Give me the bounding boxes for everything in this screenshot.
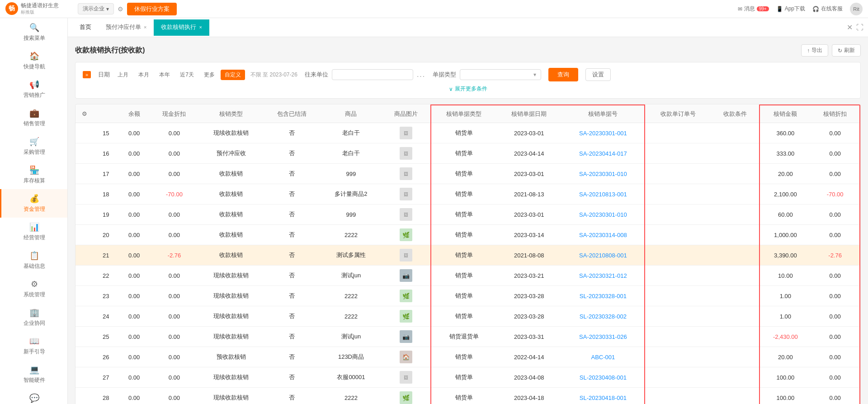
tab-prepay[interactable]: 预付冲应付单 ×	[99, 19, 154, 36]
date-btn-this-month[interactable]: 本月	[134, 70, 153, 80]
sidebar-item-wechat[interactable]: 💬 企业微信	[0, 389, 67, 404]
cell-goods-img: 🖼	[382, 367, 431, 388]
sidebar-item-marketing[interactable]: 📢 营销推广	[0, 75, 67, 104]
th-settings[interactable]: ⚙	[75, 105, 94, 123]
sidebar-item-search[interactable]: 🔍 搜索菜单	[0, 18, 67, 47]
verify-doc-no-link[interactable]: SA-20230331-026	[579, 333, 627, 340]
cell-verify-discount: 0.00	[811, 123, 860, 143]
cell-verify-doc-date: 2023-03-21	[496, 266, 561, 286]
settings-icon[interactable]: ⚙	[118, 5, 123, 13]
cell-verify-amount: 1.00	[760, 286, 811, 306]
verify-doc-no-link[interactable]: SA-20230301-010	[579, 171, 627, 177]
export-button[interactable]: ↑ 导出	[801, 44, 828, 57]
filter-settings-button[interactable]: 设置	[585, 68, 611, 81]
company-selector[interactable]: 演示企业 ▾	[78, 3, 114, 14]
filter-expand-arrow[interactable]: »	[83, 71, 91, 78]
dropdown-arrow-icon: ▾	[533, 71, 536, 78]
verify-doc-no-link[interactable]: SL-20230328-002	[580, 313, 627, 320]
top-bar-right: ✉ 消息 99+ 📱 App下载 🎧 在线客服 Rit	[738, 3, 863, 15]
cell-goods-img: 🖼	[382, 123, 431, 143]
window-maximize-icon[interactable]: ⛶	[856, 24, 863, 32]
verify-doc-no-link[interactable]: SL-20230328-001	[580, 293, 627, 299]
cell-balance: 0.00	[118, 204, 150, 225]
cell-goods: 2222	[321, 306, 382, 327]
table-row: 20 0.00 0.00 收款核销 否 2222 🌿 销货单 2023-03-1…	[75, 225, 860, 245]
cell-receipt-condition	[711, 347, 760, 367]
sidebar-item-guide[interactable]: 📖 新手引导	[0, 332, 67, 360]
sidebar-item-inventory[interactable]: 🏪 库存核算	[0, 161, 67, 189]
verify-doc-no-link[interactable]: ABC-001	[591, 354, 615, 361]
chevron-down-icon: ∨	[449, 86, 453, 92]
top-bar-center: 演示企业 ▾ ⚙ 休假行业方案	[78, 3, 733, 15]
cell-verify-doc-type: 销货单	[431, 266, 496, 286]
verify-doc-no-link[interactable]: SA-20210808-001	[579, 252, 627, 259]
verify-doc-no-link[interactable]: SA-20230301-001	[579, 130, 627, 137]
cell-receipt-order-no	[645, 245, 710, 266]
partner-input[interactable]	[332, 69, 413, 80]
th-verify-doc-no: 核销单据号	[561, 105, 645, 123]
cell-verify-type: 现续收款核销	[198, 388, 264, 404]
date-btn-this-year[interactable]: 本年	[155, 70, 174, 80]
basic-icon: 📋	[29, 251, 39, 261]
tab-home[interactable]: 首页	[72, 19, 99, 36]
date-btn-more[interactable]: 更多	[200, 70, 219, 80]
refresh-button[interactable]: ↻ 刷新	[832, 44, 861, 57]
sidebar-item-company[interactable]: 🏢 企业协同	[0, 303, 67, 332]
table-row: 16 0.00 0.00 预付冲应收 否 老白干 🖼 销货单 2023-04-1…	[75, 143, 860, 164]
sidebar-item-shortcut[interactable]: 🏠 快捷导航	[0, 47, 67, 75]
message-item[interactable]: ✉ 消息 99+	[738, 5, 769, 13]
verify-doc-no-link[interactable]: SA-20230321-012	[579, 272, 627, 279]
sidebar-item-sales[interactable]: 💼 销售管理	[0, 104, 67, 132]
tab-collection-close[interactable]: ×	[199, 24, 202, 30]
tab-prepay-close[interactable]: ×	[144, 24, 146, 30]
cell-receipt-condition	[711, 225, 760, 245]
cell-goods-img: 🖼	[382, 143, 431, 164]
sidebar-item-system[interactable]: ⚙ 系统管理	[0, 275, 67, 303]
cell-balance: 0.00	[118, 245, 150, 266]
cell-settings	[75, 164, 94, 184]
th-verify-doc-type: 核销单据类型	[431, 105, 496, 123]
th-balance: 余额	[118, 105, 150, 123]
date-options: 上月 本月 本年 近7天 更多 自定义	[113, 70, 245, 80]
verify-doc-no-link[interactable]: SL-20230408-001	[580, 374, 627, 381]
verify-doc-no-link[interactable]: SA-20230414-017	[579, 150, 627, 157]
tab-collection[interactable]: 收款核销执行 ×	[154, 19, 209, 36]
cell-verify-doc-no: SA-20230321-012	[561, 266, 645, 286]
marketing-icon: 📢	[29, 80, 39, 90]
filter-partner-item: 往来单位 ...	[305, 69, 425, 80]
sidebar-item-basic[interactable]: 📋 基础信息	[0, 246, 67, 275]
cell-cash-discount: 0.00	[150, 204, 198, 225]
sidebar-item-operations[interactable]: 📊 经营管理	[0, 218, 67, 246]
column-settings-icon[interactable]: ⚙	[82, 110, 87, 117]
query-button[interactable]: 查询	[548, 68, 578, 81]
avatar[interactable]: Rit	[850, 3, 863, 15]
verify-doc-no-link[interactable]: SA-20230301-010	[579, 211, 627, 218]
cell-verify-doc-date: 2022-04-14	[496, 347, 561, 367]
service-item[interactable]: 🎧 在线客服	[812, 5, 843, 13]
cell-verify-doc-no: SA-20210813-001	[561, 184, 645, 204]
verify-doc-no-link[interactable]: SA-20210813-001	[579, 191, 627, 198]
verify-doc-no-link[interactable]: SL-20230418-001	[580, 394, 627, 401]
verify-doc-no-link[interactable]: SA-20230314-008	[579, 232, 627, 238]
cell-balance: 0.00	[118, 266, 150, 286]
cell-verify-amount: 100.00	[760, 367, 811, 388]
expand-conditions-btn[interactable]: ∨ 展开更多条件	[449, 85, 487, 93]
date-btn-7days[interactable]: 近7天	[176, 70, 198, 80]
page-header: 收款核销执行(按收款) ↑ 导出 ↻ 刷新	[75, 44, 861, 57]
sidebar-item-purchase[interactable]: 🛒 采购管理	[0, 132, 67, 161]
date-btn-custom[interactable]: 自定义	[221, 70, 245, 80]
sidebar-item-finance[interactable]: 💰 资金管理	[0, 189, 67, 218]
sidebar-item-hardware[interactable]: 💻 智能硬件	[0, 360, 67, 389]
date-btn-last-month[interactable]: 上月	[113, 70, 132, 80]
solution-button[interactable]: 休假行业方案	[127, 3, 177, 15]
th-goods-img: 商品图片	[382, 105, 431, 123]
cell-verify-doc-no: SA-20230414-017	[561, 143, 645, 164]
doctype-select[interactable]: ▾	[460, 69, 541, 80]
window-close-icon[interactable]: ✕	[847, 23, 853, 32]
table-row: 25 0.00 0.00 现续收款核销 否 测试jun 📷 销货退货单 2023…	[75, 327, 860, 347]
wechat-icon: 💬	[29, 393, 39, 403]
app-download-item[interactable]: 📱 App下载	[776, 5, 805, 13]
sidebar-label-sales: 销售管理	[24, 120, 45, 128]
cell-verify-amount: 2,100.00	[760, 184, 811, 204]
cell-goods: 测试多属性	[321, 245, 382, 266]
